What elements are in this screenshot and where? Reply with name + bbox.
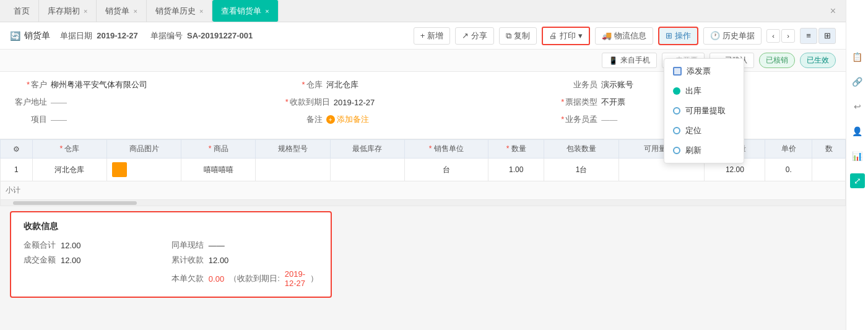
project-value: —— — [51, 115, 67, 124]
list-view-btn[interactable]: ≡ — [800, 28, 817, 44]
operate-dropdown: 添发票 出库 可用量提取 定位 刷新 — [664, 58, 744, 163]
from-phone-btn[interactable]: 📱 来自手机 — [602, 53, 657, 68]
staff-value: 演示账号 — [601, 79, 633, 90]
cumulative-item: 累计收款 12.00 — [171, 254, 318, 266]
locate-circle-icon — [673, 127, 680, 134]
history-icon: 🕐 — [710, 31, 720, 40]
next-arrow[interactable]: › — [781, 29, 795, 43]
customer-value: 柳州粤港平安气体有限公司 — [51, 79, 147, 90]
settlement-item: 同单现结 —— — [171, 240, 318, 251]
cell-product: 嘻嘻嘻嘻 — [181, 158, 256, 181]
amount-item: 金额合计 12.00 — [24, 240, 153, 251]
balance-value: 0.00 — [209, 274, 224, 284]
effective-badge[interactable]: 已生效 — [800, 53, 836, 68]
cell-min-stock — [330, 158, 404, 181]
payment-title: 收款信息 — [24, 221, 318, 232]
sidebar-link-icon[interactable]: 🔗 — [850, 74, 865, 89]
history-button[interactable]: 🕐 历史单据 — [703, 27, 762, 45]
dropdown-add-invoice[interactable]: 添发票 — [664, 61, 744, 81]
prev-arrow[interactable]: ‹ — [766, 29, 780, 43]
dropdown-refresh[interactable]: 刷新 — [664, 141, 744, 160]
tab-sales[interactable]: 销货单 × — [97, 0, 146, 22]
phone-icon: 📱 — [609, 56, 618, 65]
address-field: 客户地址 —— — [10, 97, 285, 108]
settlement-value: —— — [209, 241, 225, 250]
doc-title: 🔄 销货单 — [10, 30, 50, 41]
add-note-button[interactable]: + 添加备注 — [326, 114, 369, 125]
outbound-circle-icon — [673, 87, 680, 95]
svg-rect-0 — [674, 68, 680, 74]
nav-arrows: ‹ › — [766, 29, 795, 43]
doc-actions: + 新增 ↗ 分享 ⧉ 复制 🖨 打印 ▾ 🚚 物流信息 ⊞ 操作 — [414, 27, 836, 45]
staff2-value: —— — [601, 115, 617, 124]
deal-value: 12.00 — [61, 256, 81, 265]
doc-meta: 单据日期 2019-12-27 单据编号 SA-20191227-001 — [60, 30, 253, 41]
sidebar-chart-icon[interactable]: 📊 — [850, 149, 865, 163]
copy-button[interactable]: ⧉ 复制 — [499, 27, 537, 45]
balance-date: 2019-12-27 — [285, 269, 305, 288]
share-button[interactable]: ↗ 分享 — [455, 27, 494, 45]
print-dropdown-arrow[interactable]: ▾ — [578, 31, 583, 40]
print-icon: 🖨 — [549, 31, 557, 40]
print-button[interactable]: 🖨 打印 ▾ — [542, 27, 590, 45]
doc-header: 🔄 销货单 单据日期 2019-12-27 单据编号 SA-20191227-0… — [0, 22, 846, 50]
dropdown-available-qty[interactable]: 可用量提取 — [664, 101, 744, 121]
col-product: * 商品 — [181, 140, 256, 158]
grid-icon: ⊞ — [666, 31, 672, 40]
cell-image — [106, 158, 181, 181]
col-min-stock: 最低库存 — [330, 140, 404, 158]
copy-icon: ⧉ — [506, 31, 511, 41]
amount-value: 12.00 — [61, 241, 81, 250]
col-price: 单价 — [765, 140, 812, 158]
tab-inventory[interactable]: 库存期初 × — [39, 0, 97, 22]
cell-no: 1 — [1, 158, 33, 181]
truck-icon: 🚚 — [602, 31, 612, 40]
warehouse-field: *仓库 河北仓库 — [285, 79, 561, 90]
col-spec: 规格型号 — [256, 140, 330, 158]
cancelled-badge[interactable]: 已核销 — [759, 53, 795, 68]
tab-sales-history[interactable]: 销货单历史 × — [147, 0, 212, 22]
right-sidebar: 📋 🔗 ↩ 👤 📊 ⤢ — [846, 0, 868, 303]
sidebar-expand-icon[interactable]: ⤢ — [850, 173, 865, 188]
available-circle-icon — [673, 107, 680, 115]
cell-price: 0. — [765, 158, 812, 181]
share-icon: ↗ — [462, 31, 469, 40]
col-unit: * 销售单位 — [404, 140, 488, 158]
payment-section: 收款信息 金额合计 12.00 同单现结 —— 成交金额 12.00 累计收款 … — [10, 211, 332, 298]
col-gear[interactable]: ⚙ — [1, 140, 33, 158]
new-button[interactable]: + 新增 — [414, 27, 450, 45]
col-pack: 包装数量 — [544, 140, 618, 158]
dropdown-locate[interactable]: 定位 — [664, 121, 744, 141]
close-view-tab[interactable]: × — [265, 7, 269, 15]
due-date-field: *收款到期日 2019-12-27 — [285, 97, 561, 108]
due-date-value: 2019-12-27 — [334, 98, 375, 107]
tab-view-sales[interactable]: 查看销货单 × — [212, 0, 278, 22]
sidebar-doc-icon[interactable]: 📋 — [850, 50, 865, 64]
window-close-button[interactable]: × — [825, 3, 841, 19]
ticket-value: 不开票 — [601, 97, 625, 108]
balance-item: 本单欠款 0.00 （收款到期日: 2019-12-27 ） — [171, 269, 318, 288]
cumulative-value: 12.00 — [209, 256, 229, 265]
warehouse-value: 河北仓库 — [326, 79, 358, 90]
customer-field: *客户 柳州粤港平安气体有限公司 — [10, 79, 285, 90]
refresh-circle-icon — [673, 147, 680, 154]
horizontal-scrollbar[interactable] — [13, 201, 137, 205]
tabs-bar: 首页 库存期初 × 销货单 × 销货单历史 × 查看销货单 × × — [0, 0, 846, 22]
dropdown-outbound[interactable]: 出库 — [664, 81, 744, 101]
col-warehouse: * 仓库 — [32, 140, 106, 158]
sidebar-user-icon[interactable]: 👤 — [850, 124, 865, 139]
logistics-button[interactable]: 🚚 物流信息 — [595, 27, 653, 45]
view-toggle: ≡ ⊞ — [800, 28, 836, 44]
close-history-tab[interactable]: × — [199, 7, 203, 15]
close-sales-tab[interactable]: × — [133, 7, 137, 15]
product-image — [112, 162, 127, 177]
close-inventory-tab[interactable]: × — [84, 7, 87, 15]
sidebar-refresh-icon[interactable]: ↩ — [850, 99, 865, 114]
address-value: —— — [51, 98, 67, 107]
operate-button[interactable]: ⊞ 操作 — [658, 27, 698, 45]
project-field: 项目 —— — [10, 114, 285, 125]
scrollbar-row — [1, 200, 846, 206]
grid-view-btn[interactable]: ⊞ — [818, 28, 836, 44]
cell-pack: 1台 — [544, 158, 618, 181]
tab-home[interactable]: 首页 — [5, 0, 39, 22]
